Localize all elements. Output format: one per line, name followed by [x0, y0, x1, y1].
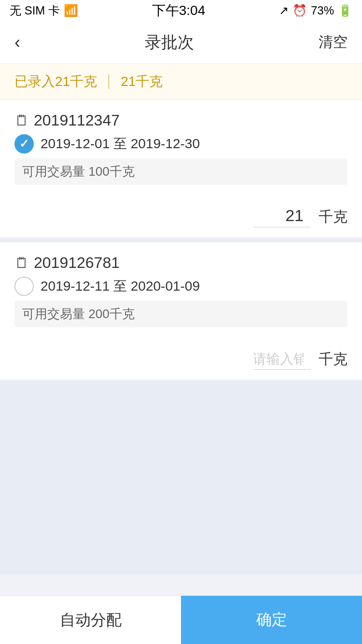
- bottom-bar: 自动分配 确定: [0, 596, 362, 644]
- page-title: 录批次: [145, 31, 194, 54]
- batch-date-row-2[interactable]: 2019-12-11 至 2020-01-09: [14, 277, 348, 296]
- quantity-row-1: 千克: [0, 196, 362, 238]
- batch-id-text-2: 2019126781: [34, 254, 120, 272]
- batch-doc-icon-1: 🗒: [14, 112, 29, 129]
- radio-btn-1[interactable]: [14, 134, 34, 154]
- status-time: 下午3:04: [152, 1, 206, 20]
- alarm-icon: ⏰: [292, 4, 307, 17]
- quantity-unit-2: 千克: [319, 350, 348, 369]
- batch-avail-row-1: 可用交易量 100千克: [14, 158, 348, 185]
- status-left: 无 SIM 卡 📶: [10, 3, 78, 18]
- batch-id-row-2: 🗒 2019126781: [14, 254, 348, 272]
- quantity-row-2: 千克: [0, 339, 362, 380]
- batch-card-1: 🗒 2019112347 2019-12-01 至 2019-12-30 可用交…: [0, 100, 362, 238]
- empty-area: [0, 381, 362, 574]
- battery-percent: 73%: [311, 4, 334, 17]
- nav-bar: ‹ 录批次 清空: [0, 21, 362, 64]
- status-bar: 无 SIM 卡 📶 下午3:04 ↗ ⏰ 73% 🔋: [0, 0, 362, 21]
- auto-distribute-button[interactable]: 自动分配: [0, 596, 181, 644]
- quantity-input-1[interactable]: [253, 206, 311, 225]
- batch-id-text-1: 2019112347: [34, 112, 120, 129]
- batch-doc-icon-2: 🗒: [14, 255, 29, 271]
- batch-avail-row-2: 可用交易量 200千克: [14, 301, 348, 327]
- section-divider-1: [0, 238, 362, 242]
- summary-value: 21千克: [121, 72, 163, 91]
- confirm-button[interactable]: 确定: [181, 596, 362, 644]
- quantity-input-2[interactable]: [253, 349, 311, 367]
- batch-id-row-1: 🗒 2019112347: [14, 112, 348, 129]
- back-button[interactable]: ‹: [14, 32, 20, 53]
- quantity-unit-1: 千克: [319, 207, 348, 227]
- batch-date-row-1[interactable]: 2019-12-01 至 2019-12-30: [14, 134, 348, 154]
- status-right: ↗ ⏰ 73% 🔋: [279, 4, 352, 17]
- summary-entered-label: 已录入21千克: [14, 72, 97, 91]
- batch-date-text-1: 2019-12-01 至 2019-12-30: [41, 135, 200, 153]
- summary-banner: 已录入21千克 21千克: [0, 64, 362, 100]
- summary-divider: [109, 74, 109, 89]
- wifi-icon: 📶: [64, 4, 78, 17]
- radio-btn-2[interactable]: [14, 277, 34, 296]
- clear-button[interactable]: 清空: [319, 32, 348, 52]
- batch-date-text-2: 2019-12-11 至 2020-01-09: [41, 277, 200, 295]
- quantity-underline-1: [253, 206, 311, 227]
- battery-icon: 🔋: [338, 4, 352, 17]
- signal-text: 无 SIM 卡: [10, 3, 60, 18]
- quantity-underline-2: [253, 349, 311, 370]
- batch-card-2: 🗒 2019126781 2019-12-11 至 2020-01-09 可用交…: [0, 242, 362, 380]
- location-icon: ↗: [279, 4, 289, 17]
